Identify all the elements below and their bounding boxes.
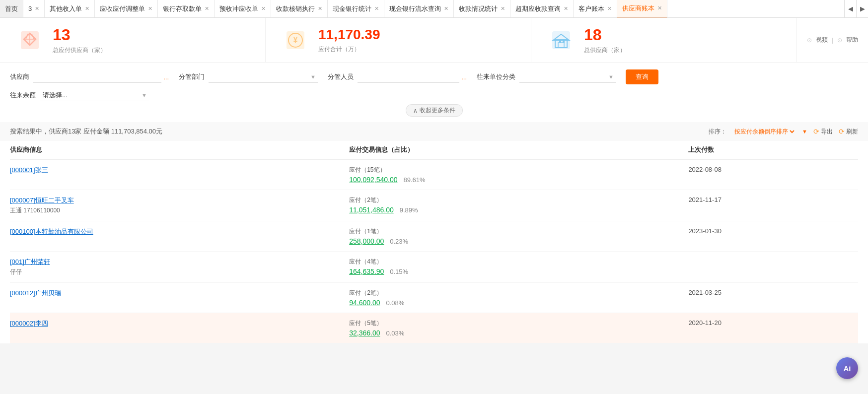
collapse-button[interactable]: ∧ 收起更多条件 (406, 104, 463, 117)
table-row: [000002]李四 应付（5笔） 32,366.00 0.03% 2020-1… (10, 313, 858, 343)
supplier-ellipsis[interactable]: ... (163, 73, 169, 81)
sort-dropdown-icon: ▼ (802, 129, 807, 134)
supplier-sub-2: 王通 17106110000 (10, 206, 349, 215)
dept-select[interactable] (209, 71, 318, 83)
supplier-info-6: [000002]李四 (10, 319, 349, 328)
percent-6: 0.03% (386, 329, 404, 337)
nav-tab-cash-flow-label: 现金银行流水查询 (389, 4, 441, 13)
percent-1: 89.61% (404, 176, 426, 184)
supplier-info-5: [000012]广州贝瑞 (10, 289, 349, 298)
refresh-icon: ⟳ (839, 128, 845, 135)
category-select[interactable] (519, 71, 616, 83)
nav-tab-home[interactable]: 首页 (0, 0, 23, 18)
percent-4: 0.15% (390, 268, 408, 275)
table-row: [001]广州荣轩 仔仔 应付（4笔） 164,635.90 0.15% (10, 252, 858, 283)
nav-tab-overdue-ar[interactable]: 超期应收款查询 ✕ (510, 0, 574, 18)
nav-tab-payment-verify[interactable]: 收款核销执行 ✕ (271, 0, 328, 18)
circle-icon2: ⊙ (837, 37, 842, 44)
pay-label-6: 应付（5笔） (349, 319, 688, 328)
table-header: 供应商信息 应付交易信息（占比） 上次付数 (10, 140, 858, 160)
amount-3[interactable]: 258,000.00 (349, 237, 384, 245)
supplier-input[interactable] (33, 71, 161, 83)
export-button[interactable]: ⟳ 导出 (813, 128, 833, 136)
export-icon: ⟳ (813, 128, 819, 135)
supplier-link-2[interactable]: [000007]恒旺二手叉车 (10, 196, 349, 205)
nav-tab-bank-deposit[interactable]: 银行存取款单 ✕ (158, 0, 215, 18)
nav-tab-bank-deposit-close[interactable]: ✕ (205, 5, 209, 12)
nav-tab-prepay-ar-close[interactable]: ✕ (261, 5, 266, 12)
percent-3: 0.23% (390, 238, 408, 245)
nav-tab-cash-flow-close[interactable]: ✕ (444, 5, 448, 12)
nav-tab-ar-ap-adjust-label: 应收应付调整单 (100, 4, 145, 13)
nav-tab-ar-ap-adjust-close[interactable]: ✕ (148, 5, 152, 12)
nav-tab-supplier-ledger-label: 供应商账本 (622, 4, 654, 13)
collapse-bar: ∧ 收起更多条件 (10, 101, 858, 118)
result-bar: 搜索结果中，供应商13家 应付金额 111,703,854.00元 排序： 按应… (0, 123, 868, 140)
stats-bar: 13 总应付供应商（家） ¥ 11,170.39 应付合计（万） (0, 18, 868, 63)
search-area: 供应商 ... 分管部门 ▼ 分管人员 ... 往来单位分类 (0, 63, 868, 123)
help-link[interactable]: 帮助 (846, 36, 858, 44)
nav-arrow-left[interactable]: ◀ (844, 0, 856, 18)
amount-1[interactable]: 100,092,540.00 (349, 176, 397, 184)
svg-text:¥: ¥ (293, 36, 298, 44)
table-row: [000012]广州贝瑞 应付（2笔） 94,600.00 0.08% 2021… (10, 283, 858, 313)
last-pay-2: 2021-11-17 (688, 196, 858, 203)
video-link[interactable]: 视频 (816, 36, 828, 44)
nav-tab-payment-verify-close[interactable]: ✕ (318, 5, 322, 12)
nav-tab-ar-ap-adjust[interactable]: 应收应付调整单 ✕ (95, 0, 158, 18)
balance-select[interactable]: 请选择... (40, 89, 149, 101)
nav-tab-cash-bank-stat-close[interactable]: ✕ (374, 5, 379, 12)
nav-tab-overdue-ar-close[interactable]: ✕ (564, 5, 568, 12)
nav-tab-home-label: 首页 (5, 4, 18, 13)
supplier-link-5[interactable]: [000012]广州贝瑞 (10, 289, 349, 298)
refresh-label: 刷新 (846, 128, 858, 136)
nav-tab-prepay-ar[interactable]: 预收冲应收单 ✕ (215, 0, 271, 18)
supplier-link-4[interactable]: [001]广州荣轩 (10, 258, 349, 266)
export-label: 导出 (821, 128, 833, 136)
nav-tab-payment-verify-label: 收款核销执行 (276, 4, 315, 13)
stat-total-suppliers: 18 总供应商（家） (531, 18, 797, 62)
person-ellipsis[interactable]: ... (461, 73, 467, 81)
nav-tab-cash-bank-stat[interactable]: 现金银行统计 ✕ (328, 0, 384, 18)
nav-tab-3-close[interactable]: ✕ (35, 5, 39, 12)
amount-6[interactable]: 32,366.00 (349, 329, 380, 337)
nav-tab-other-income-close[interactable]: ✕ (85, 5, 89, 12)
supplier-link-3[interactable]: [000100]本特勤油品有限公司 (10, 227, 349, 236)
top-right-links: ⊙ 视频 | ⊙ 帮助 (797, 18, 868, 62)
pay-label-1: 应付（15笔） (349, 166, 688, 174)
query-button[interactable]: 查询 (626, 69, 658, 84)
supplier-link-6[interactable]: [000002]李四 (10, 319, 349, 328)
supplier-sub-4: 仔仔 (10, 268, 349, 276)
date-3: 2023-01-30 (688, 227, 722, 235)
stat-total-payable-suppliers: 13 总应付供应商（家） (0, 18, 266, 62)
nav-tab-overdue-ar-label: 超期应收款查询 (515, 4, 561, 13)
pay-label-2: 应付（2笔） (349, 196, 688, 204)
nav-tab-receipt-stat-close[interactable]: ✕ (501, 5, 505, 12)
amount-5[interactable]: 94,600.00 (349, 299, 380, 307)
nav-tab-receipt-stat[interactable]: 收款情况统计 ✕ (454, 0, 510, 18)
nav-tab-supplier-ledger-close[interactable]: ✕ (657, 5, 662, 11)
transaction-info-5: 应付（2笔） 94,600.00 0.08% (349, 289, 688, 307)
nav-tab-cash-flow[interactable]: 现金银行流水查询 ✕ (384, 0, 454, 18)
col-header-last-pay: 上次付数 (688, 145, 858, 154)
nav-tab-other-income[interactable]: 其他收入单 ✕ (45, 0, 95, 18)
amount-4[interactable]: 164,635.90 (349, 267, 384, 275)
refresh-button[interactable]: ⟳ 刷新 (839, 128, 858, 136)
sort-select[interactable]: 按应付余额倒序排序 (732, 128, 796, 135)
supplier-link-1[interactable]: [000001]张三 (10, 166, 349, 175)
nav-tab-3[interactable]: 3 ✕ (23, 0, 45, 18)
supplier-info-1: [000001]张三 (10, 166, 349, 175)
person-input[interactable] (358, 71, 459, 83)
amount-row-4: 164,635.90 0.15% (349, 267, 688, 275)
stat-payable-amount-number: 11,170.39 (318, 26, 380, 43)
svg-rect-13 (559, 41, 561, 43)
nav-tab-customer-ledger-close[interactable]: ✕ (607, 5, 612, 12)
amount-2[interactable]: 11,051,486.00 (349, 206, 394, 214)
category-field: 往来单位分类 ▼ (477, 71, 616, 83)
nav-arrows: ◀ ▶ (844, 0, 868, 18)
nav-tab-customer-ledger[interactable]: 客户账本 ✕ (574, 0, 617, 18)
nav-tab-supplier-ledger[interactable]: 供应商账本 ✕ (617, 0, 667, 18)
last-pay-6: 2020-11-20 (688, 319, 858, 327)
pay-label-3: 应付（1笔） (349, 227, 688, 236)
nav-arrow-right[interactable]: ▶ (856, 0, 868, 18)
